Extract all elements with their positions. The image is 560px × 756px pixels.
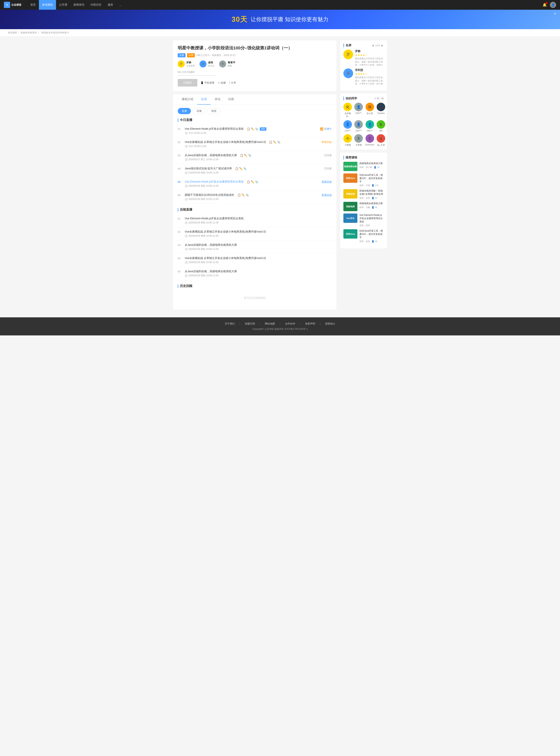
recommended-item[interactable]: 玩转Java 玩转Java开发工具，精通JUC，成为开发多面手 讲师：岳田 👤 …: [343, 229, 384, 243]
lesson-number: 05: [178, 180, 182, 183]
lesson-icon[interactable]: 📋: [247, 127, 250, 131]
classmate-item[interactable]: 👤 1567**: [354, 103, 363, 118]
rec-thumbnail: 高级电商: [343, 202, 357, 211]
lesson-icon[interactable]: ✏️: [251, 127, 254, 131]
lesson-name[interactable]: Vue Element+Node.js开发企业通用管理后台系统: [185, 217, 244, 220]
nav-item-首页[interactable]: 首页: [27, 0, 39, 10]
breadcrumb-link-discover[interactable]: 发现课程: [8, 31, 17, 34]
footer-link-1[interactable]: 加盟代理: [245, 322, 255, 325]
nav-item-新闻资讯[interactable]: 新闻资讯: [71, 0, 87, 10]
status-replay[interactable]: 查看回放: [322, 180, 332, 183]
classmate-item[interactable]: 化 化学教书...: [343, 103, 352, 118]
status-replay[interactable]: 查看回放: [322, 194, 332, 196]
lesson-name[interactable]: 跟随千万级项目从0到100全过程高效成长: [185, 193, 234, 197]
lesson-name[interactable]: 从Java后端到全栈，高级电商全栈系统大课: [185, 154, 237, 157]
lesson-icon[interactable]: ✏️: [273, 141, 276, 144]
lesson-icon[interactable]: 📋: [247, 180, 250, 183]
rec-info: 玩转Java开发工具，精通JUC，成为开发多面手 讲师：王峰 👤 123: [359, 174, 384, 187]
tab-目录[interactable]: 目录: [197, 94, 211, 105]
collect-button[interactable]: ☆ 收藏: [218, 81, 226, 84]
mobile-watch-button[interactable]: 📱 手机观看: [200, 81, 215, 84]
logo-icon: 云: [4, 2, 10, 8]
tab-评论[interactable]: 评论: [211, 94, 224, 105]
lesson-icon[interactable]: 📎: [255, 127, 258, 131]
subtab-面授[interactable]: 面授: [207, 108, 220, 114]
logo[interactable]: 云 云朵课堂: [4, 2, 21, 8]
nav-item-公开课[interactable]: 公开课: [56, 0, 71, 10]
switch-classmates-button[interactable]: ↻ 换一换: [375, 97, 384, 100]
teacher-name: 罗静: [186, 61, 195, 64]
classmate-name: 大笨狼: [356, 143, 362, 146]
classmate-item[interactable]: 👤 1767**: [343, 120, 352, 132]
recommended-item[interactable]: Vue后台 Vue Element+Node.js开发企业通用管理后台系统 讲师…: [343, 214, 384, 227]
classmate-item[interactable]: S Summers: [365, 134, 374, 146]
lesson-icon[interactable]: 📋: [269, 141, 272, 144]
nav-item-...[interactable]: ...: [116, 0, 125, 10]
lesson-name[interactable]: Vue全家桶实战 从零独立开发企业级小米电商系统(免费升级Vue3.0): [185, 230, 266, 234]
nav-item-问答社区[interactable]: 问答社区: [87, 0, 105, 10]
history-label: 历史回顾: [180, 284, 192, 288]
share-button[interactable]: ⤴ 分享: [229, 81, 236, 84]
lesson-name[interactable]: 从Java后端到全栈，高级电商全栈系统大课: [185, 243, 237, 247]
classmate-item[interactable]: 张 张小田: [365, 103, 374, 118]
lesson-icon[interactable]: ✏️: [241, 194, 245, 197]
lesson-icon[interactable]: 📎: [255, 180, 258, 183]
teacher-info: 罗静 主讲老师: [186, 61, 195, 67]
tab-问答[interactable]: 问答: [224, 94, 238, 105]
sidebar-teacher-stars: ★★★★☆: [355, 54, 384, 57]
subtab-录播[interactable]: 录播: [193, 108, 206, 114]
lesson-name[interactable]: 从Java后端到全栈，高级电商全栈系统大课: [185, 270, 237, 273]
progress-section: 0% 已学习0课时: [178, 71, 332, 76]
bought-button[interactable]: 已购买: [178, 79, 197, 86]
recommended-item[interactable]: 高级电商全栈 高级电商全线系统大课 讲师：张小锋 👤 34: [343, 162, 384, 171]
lesson-icon[interactable]: 📎: [243, 167, 246, 170]
subtab-直播[interactable]: 直播: [178, 108, 191, 114]
lesson-name[interactable]: Vue全家桶实战 从零独立开发企业级小米电商系统(免费升级Vue3.0): [185, 257, 266, 260]
sidebar-teacher-name[interactable]: 宋利坚: [355, 68, 384, 72]
rec-title: 高级电商全线系统大课: [359, 202, 383, 205]
footer-link-4[interactable]: 免责声明: [305, 322, 315, 325]
footer-link-0[interactable]: 关于我们: [225, 322, 235, 325]
lesson-time: 🕐 2020/02/26 周四 10:00-11:00: [185, 234, 332, 238]
lesson-icon[interactable]: ✏️: [251, 180, 254, 183]
lesson-icon[interactable]: 📎: [277, 141, 280, 144]
sidebar-teacher-card: 宋 宋利坚 ★★★★☆ 国内某重点大学安全工程专业硕士、国家一级注册消防工程师、…: [343, 68, 384, 84]
lesson-name[interactable]: Vue Element+Node.js开发企业通用管理后台系统: [185, 127, 244, 131]
lesson-icon[interactable]: 📋: [240, 154, 243, 157]
footer-divider: |: [320, 322, 320, 325]
banner-close-button[interactable]: ×: [554, 12, 556, 16]
recommended-item[interactable]: 玩转Java 玩转Java开发工具，精通JUC，成为开发多面手 讲师：王峰 👤 …: [343, 174, 384, 187]
user-avatar[interactable]: 👤: [550, 2, 556, 8]
recommended-item[interactable]: 高级电商 高级电商全线系统大课 讲师：冷鑫 👤 46: [343, 202, 384, 211]
future-live-section-title: 后续直播: [173, 204, 336, 214]
classmate-item[interactable]: 👤 1567**: [354, 120, 363, 132]
footer-link-3[interactable]: 合作伙伴: [285, 322, 295, 325]
classmate-item[interactable]: q qq_天涯: [377, 134, 385, 146]
lesson-icon[interactable]: 📋: [237, 194, 241, 197]
lesson-icon[interactable]: ✏️: [239, 167, 242, 170]
nav-item-发现课程[interactable]: 发现课程: [39, 0, 56, 10]
classmate-item[interactable]: 大 大笨狼: [354, 134, 363, 146]
classmate-item[interactable]: B Bill: [377, 120, 385, 132]
breadcrumb-link-series[interactable]: 新媒体营销系列: [21, 31, 37, 34]
nav-item-题库[interactable]: 题库: [105, 0, 116, 10]
lesson-icon[interactable]: 📎: [245, 194, 249, 197]
lesson-icon[interactable]: ✏️: [244, 154, 247, 157]
footer-link-2[interactable]: 网站地图: [265, 322, 275, 325]
classmate-item[interactable]: C Charles: [377, 103, 385, 118]
notification-bell[interactable]: 🔔: [542, 3, 547, 7]
lesson-icon[interactable]: 📋: [235, 167, 238, 170]
teacher-prev-arrow[interactable]: ◀: [371, 44, 375, 47]
tab-课程介绍[interactable]: 课程介绍: [178, 94, 197, 105]
footer-link-5[interactable]: 招贤纳士: [325, 322, 335, 325]
classmate-item[interactable]: 小 小熊熊: [343, 134, 352, 146]
teacher-next-arrow[interactable]: ▶: [381, 44, 384, 47]
lesson-name[interactable]: Vue Element+Node.js开发企业通用管理后台系统: [185, 180, 244, 183]
recommended-item[interactable]: 前端全栈 前端全栈加强版！前端全栈+全周期+多维应用 讲师：岳田 👤 56: [343, 189, 384, 199]
classmate-item[interactable]: 👤 1867**: [365, 120, 374, 132]
course-tags: 直播 录播 246人已学习・有效期至：2019-10-21: [178, 53, 332, 57]
sidebar-teacher-name[interactable]: 罗静: [355, 49, 384, 53]
lesson-name[interactable]: Java项目面试实操 提升大厂面试成功率: [185, 167, 232, 170]
lesson-name[interactable]: Vue全家桶实战 从零独立开发企业级小米电商系统(免费升级Vue3.0): [185, 140, 266, 144]
lesson-icon[interactable]: 📎: [248, 154, 252, 157]
